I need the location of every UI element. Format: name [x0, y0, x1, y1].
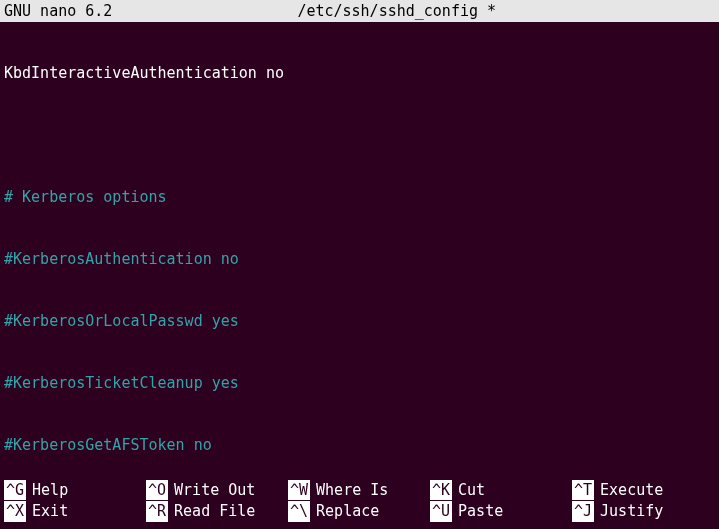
- editor-content[interactable]: KbdInteractiveAuthentication no # Kerber…: [0, 22, 719, 478]
- key-label: Execute: [600, 480, 663, 501]
- comment-line: #KerberosAuthentication no: [4, 249, 715, 270]
- key-label: Exit: [32, 501, 68, 522]
- shortcut-bar: ^G Help ^O Write Out ^W Where Is ^K Cut …: [0, 478, 719, 529]
- config-line: KbdInteractiveAuthentication no: [4, 63, 715, 84]
- shortcut-where-is[interactable]: ^W Where Is: [288, 480, 430, 501]
- key-chip: ^O: [146, 480, 168, 501]
- key-chip: ^W: [288, 480, 310, 501]
- key-chip: ^X: [4, 501, 26, 522]
- shortcut-execute[interactable]: ^T Execute: [572, 480, 714, 501]
- key-chip: ^K: [430, 480, 452, 501]
- shortcut-justify[interactable]: ^J Justify: [572, 501, 714, 522]
- editor-name: GNU nano 6.2: [4, 1, 112, 22]
- comment-line: #KerberosGetAFSToken no: [4, 435, 715, 456]
- nano-titlebar: GNU nano 6.2 /etc/ssh/sshd_config *: [0, 0, 719, 22]
- file-path: /etc/ssh/sshd_config *: [297, 1, 496, 22]
- key-chip: ^U: [430, 501, 452, 522]
- shortcut-exit[interactable]: ^X Exit: [4, 501, 146, 522]
- key-label: Justify: [600, 501, 663, 522]
- key-chip: ^G: [4, 480, 26, 501]
- shortcut-row-2: ^X Exit ^R Read File ^\ Replace ^U Paste…: [4, 501, 715, 522]
- key-chip: ^T: [572, 480, 594, 501]
- key-label: Cut: [458, 480, 485, 501]
- key-label: Replace: [316, 501, 379, 522]
- shortcut-read-file[interactable]: ^R Read File: [146, 501, 288, 522]
- key-chip: ^J: [572, 501, 594, 522]
- shortcut-cut[interactable]: ^K Cut: [430, 480, 572, 501]
- shortcut-replace[interactable]: ^\ Replace: [288, 501, 430, 522]
- key-label: Help: [32, 480, 68, 501]
- key-label: Where Is: [316, 480, 388, 501]
- blank-line: [4, 125, 715, 146]
- comment-line: # Kerberos options: [4, 187, 715, 208]
- shortcut-paste[interactable]: ^U Paste: [430, 501, 572, 522]
- key-label: Read File: [174, 501, 255, 522]
- key-chip: ^\: [288, 501, 310, 522]
- key-label: Write Out: [174, 480, 255, 501]
- key-label: Paste: [458, 501, 503, 522]
- comment-line: #KerberosOrLocalPasswd yes: [4, 311, 715, 332]
- terminal-window: GNU nano 6.2 /etc/ssh/sshd_config * KbdI…: [0, 0, 719, 529]
- key-chip: ^R: [146, 501, 168, 522]
- comment-line: #KerberosTicketCleanup yes: [4, 373, 715, 394]
- shortcut-help[interactable]: ^G Help: [4, 480, 146, 501]
- shortcut-write-out[interactable]: ^O Write Out: [146, 480, 288, 501]
- shortcut-row-1: ^G Help ^O Write Out ^W Where Is ^K Cut …: [4, 480, 715, 501]
